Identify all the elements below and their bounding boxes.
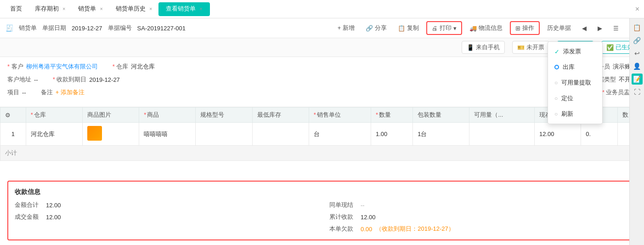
row-unit: 台 xyxy=(309,123,371,146)
doc-icon: 🧾 xyxy=(6,24,13,32)
row-no: 1 xyxy=(0,123,26,146)
project-label: 项目 xyxy=(7,88,19,97)
print-button[interactable]: 🖨 打印 ▾ xyxy=(428,22,460,34)
ticket-icon: 🎫 xyxy=(517,44,525,51)
salesperson-label: 业务员盂 xyxy=(602,88,630,97)
mobile-icon: 📱 xyxy=(467,44,474,51)
available-circle-icon: ○ xyxy=(554,80,558,86)
note-field: 备注 + 添加备注 xyxy=(41,88,85,97)
new-button[interactable]: + 新增 xyxy=(334,22,358,34)
bottom-right-col: 同单现结 -- 累计收款 12.00 本单欠款 0.00 （收款到期日：2019… xyxy=(329,201,629,233)
due-date-value: 2019-12-27 xyxy=(89,76,120,83)
sidebar-icon-1[interactable]: 📋 xyxy=(632,22,643,33)
view-toggle-list[interactable]: ☰ xyxy=(610,23,622,34)
table-row: 1 河北仓库 嘻嘻嘻嘻 台 1.00 1台 12.00 0. xyxy=(0,123,644,146)
copy-button[interactable]: 📋 复制 xyxy=(394,22,423,34)
close-tab-sales[interactable]: × xyxy=(100,6,102,11)
customer-field: 客户 柳州粤港平安气体有限公司 xyxy=(7,63,98,71)
operations-dropdown: ✓ 添发票 出库 ○ 可用量提取 ○ 定位 ○ 刷新 xyxy=(548,41,603,124)
dropdown-item-refresh[interactable]: ○ 刷新 xyxy=(548,106,602,122)
sidebar-icon-2[interactable]: 🔗 xyxy=(632,35,643,46)
close-tab-view-sales[interactable]: × xyxy=(199,6,202,11)
operations-button[interactable]: ⊞ 操作 xyxy=(512,22,538,34)
from-mobile-button[interactable]: 📱 来自手机 xyxy=(462,41,505,54)
dropdown-item-available[interactable]: ○ 可用量提取 xyxy=(548,75,602,91)
sidebar-icon-5[interactable]: 📝 xyxy=(632,74,643,85)
available-label: 可用量提取 xyxy=(561,79,591,87)
tab-sales[interactable]: 销货单 × xyxy=(72,0,109,18)
sidebar-icon-4[interactable]: 👤 xyxy=(632,61,643,72)
total-label: 金额合计 xyxy=(15,201,42,209)
share-button[interactable]: 🔗 分享 xyxy=(362,22,390,34)
tab-home[interactable]: 首页 xyxy=(4,0,28,18)
project-value: -- xyxy=(22,89,26,96)
deal-value: 12.00 xyxy=(46,214,61,221)
address-value: -- xyxy=(34,76,38,83)
col-quantity: *数量 xyxy=(371,108,412,123)
doc-toolbar-left: 🧾 销货单 单据日期 2019-12-27 单据编号 SA-20191227-0… xyxy=(6,24,327,32)
bottom-left-col: 金额合计 12.00 成交金额 12.00 xyxy=(15,201,315,233)
close-all-tabs[interactable]: × xyxy=(635,5,639,13)
next-record-button[interactable]: ▶ xyxy=(594,23,606,34)
warehouse-field: 仓库 河北仓库 xyxy=(113,63,155,71)
customer-value[interactable]: 柳州粤港平安气体有限公司 xyxy=(26,63,98,71)
col-image: 商品图片 xyxy=(82,108,139,123)
not-opened-button[interactable]: 🎫 未开票 xyxy=(512,41,549,54)
row-warehouse: 河北仓库 xyxy=(26,123,82,146)
doc-no-label: 单据编号 xyxy=(108,24,132,32)
row-packqty: 1台 xyxy=(413,123,469,146)
due-row: 本单欠款 0.00 （收款到期日：2019-12-27） xyxy=(329,225,629,233)
outbound-dot-icon xyxy=(554,65,559,69)
close-tab-sales-history[interactable]: × xyxy=(149,6,152,11)
history-button[interactable]: 历史单据 xyxy=(543,22,575,34)
outbound-label: 出库 xyxy=(563,63,575,71)
due-date-label: 收款到期日 xyxy=(53,75,87,84)
doc-toolbar: 🧾 销货单 单据日期 2019-12-27 单据编号 SA-20191227-0… xyxy=(0,18,644,38)
doc-date-value: 2019-12-27 xyxy=(72,25,102,32)
operations-highlight-box: ⊞ 操作 xyxy=(510,21,540,35)
subtotal-label: 小计 xyxy=(0,146,644,161)
close-tab-inventory[interactable]: × xyxy=(62,6,65,11)
print-dropdown-icon: ▾ xyxy=(453,25,457,32)
locate-label: 定位 xyxy=(561,94,573,103)
note-label: 备注 xyxy=(41,88,53,97)
total-value: 12.00 xyxy=(46,202,61,209)
row-image xyxy=(82,123,139,146)
locate-circle-icon: ○ xyxy=(554,95,558,102)
dropdown-item-invoice[interactable]: ✓ 添发票 xyxy=(548,44,602,59)
tab-bar: 首页 库存期初 × 销货单 × 销货单历史 × 查看销货单 × × xyxy=(0,0,644,18)
dropdown-item-outbound[interactable]: 出库 xyxy=(548,59,602,75)
grid-icon: ⊞ xyxy=(515,25,520,32)
logistics-button[interactable]: 🚚 物流信息 xyxy=(466,22,506,34)
due-date-field: 收款到期日 2019-12-27 xyxy=(53,75,120,84)
invoice-check-icon: ✓ xyxy=(554,48,559,55)
subtotal-row: 小计 xyxy=(0,146,644,161)
sidebar-icon-expand[interactable]: ⛶ xyxy=(632,86,643,97)
prev-record-button[interactable]: ◀ xyxy=(578,23,590,34)
sidebar-icon-3[interactable]: ↩ xyxy=(632,48,643,59)
same-order-label: 同单现结 xyxy=(329,201,357,209)
customer-label: 客户 xyxy=(7,63,23,71)
refresh-circle-icon: ○ xyxy=(554,111,558,117)
form-row-1: 客户 柳州粤港平安气体有限公司 仓库 河北仓库 业务员 演示账号 xyxy=(7,63,637,71)
doc-toolbar-right: + 新增 🔗 分享 📋 复制 🖨 打印 ▾ 🚚 物流信息 xyxy=(334,21,638,35)
col-available: 可用量（... xyxy=(469,108,535,123)
cumulative-label: 累计收款 xyxy=(329,213,357,221)
print-highlight-box: 🖨 打印 ▾ xyxy=(426,21,462,35)
form-row-3: 项目 -- 备注 + 添加备注 业务员盂 -- xyxy=(7,88,637,97)
doc-date-label: 单据日期 xyxy=(42,24,66,32)
due-label: 本单欠款 xyxy=(329,225,357,233)
deal-row: 成交金额 12.00 xyxy=(15,213,315,221)
dropdown-item-locate[interactable]: ○ 定位 xyxy=(548,91,602,106)
add-note-button[interactable]: + 添加备注 xyxy=(56,88,85,97)
tab-sales-history[interactable]: 销货单历史 × xyxy=(109,0,158,18)
form-row-2: 客户地址 -- 收款到期日 2019-12-27 票据类型 不开票 xyxy=(7,75,637,84)
copy-icon: 📋 xyxy=(398,25,405,32)
col-minstock: 最低库存 xyxy=(252,108,309,123)
col-model: 规格型号 xyxy=(196,108,252,123)
row-model xyxy=(196,123,252,146)
address-field: 客户地址 -- xyxy=(7,75,38,84)
tab-view-sales[interactable]: 查看销货单 × xyxy=(158,2,209,16)
settings-icon[interactable]: ⚙ xyxy=(5,112,11,119)
tab-inventory[interactable]: 库存期初 × xyxy=(28,0,72,18)
